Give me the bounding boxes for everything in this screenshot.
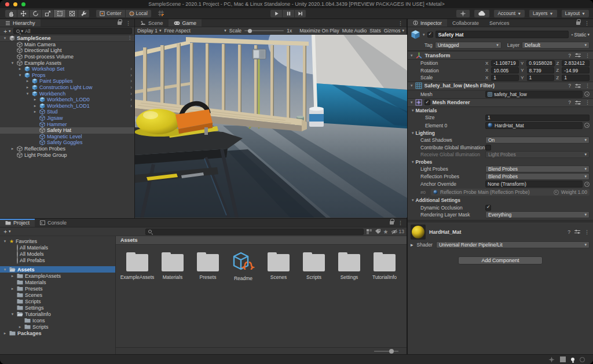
scale-x-field[interactable]: 1 — [491, 75, 519, 81]
material-object-field[interactable]: HardHat_Mat — [485, 122, 583, 129]
layer-dropdown[interactable]: Default▾ — [522, 42, 590, 49]
project-tree-row[interactable]: Settings — [0, 304, 115, 311]
material-thumbnail[interactable] — [411, 225, 426, 240]
tab-project[interactable]: Project — [0, 219, 35, 227]
transform-component-header[interactable]: ▾ Transform ?⋮ — [408, 51, 593, 60]
search-by-label-icon[interactable] — [375, 229, 381, 234]
object-picker-icon[interactable] — [584, 91, 590, 97]
custom-tool-button[interactable] — [78, 9, 90, 18]
scale-y-field[interactable]: 1 — [527, 75, 555, 81]
tab-services[interactable]: Services — [484, 19, 515, 27]
panel-menu-icon[interactable]: ⋮ — [398, 20, 403, 26]
position-x-field[interactable]: -1.108719 — [491, 60, 519, 67]
hierarchy-row[interactable]: ▸Workbench_LOD0› — [0, 97, 134, 103]
foldout-arrow[interactable]: ▸ — [2, 331, 8, 336]
foldout-arrow[interactable]: ▾ — [10, 61, 15, 65]
hierarchy-search-input[interactable]: ▾ All — [13, 28, 132, 34]
hierarchy-row[interactable]: Magnetic Level — [0, 134, 134, 140]
hierarchy-row[interactable]: Hammer — [0, 121, 134, 127]
rotate-tool-button[interactable] — [29, 9, 41, 18]
foldout-arrow[interactable]: ▸ — [17, 67, 23, 71]
prefab-open-chevron[interactable]: › — [130, 103, 132, 109]
create-object-button[interactable]: ＋▾ — [2, 27, 11, 35]
add-component-button[interactable]: Add Component — [458, 256, 543, 264]
play-button[interactable] — [270, 9, 282, 18]
tab-console[interactable]: Console — [35, 219, 72, 227]
foldout-arrow[interactable]: ▾ — [17, 73, 23, 78]
project-tree-row[interactable]: Scripts — [0, 298, 115, 304]
scene-menu-icon[interactable]: ⋮ — [127, 35, 132, 41]
gameobject-name-field[interactable]: Safety Hat — [435, 31, 569, 38]
hierarchy-row[interactable]: ▸Workbench_LOD1› — [0, 103, 134, 109]
hierarchy-row[interactable]: ▾Props› — [0, 72, 134, 79]
game-viewport[interactable] — [135, 35, 407, 218]
rotation-z-field[interactable]: -14.99 — [562, 67, 590, 73]
foldout-arrow[interactable]: ▸ — [32, 97, 38, 102]
layout-dropdown[interactable]: Layout▼ — [561, 9, 590, 18]
presets-icon[interactable] — [575, 83, 581, 89]
panel-lock-icon[interactable] — [118, 21, 122, 25]
aspect-dropdown[interactable]: Free Aspect▾ — [164, 28, 226, 34]
hierarchy-row[interactable]: ▾Workbench› — [0, 90, 134, 97]
tab-scene[interactable]: Scene — [135, 19, 169, 27]
materials-size-field[interactable]: 1 — [485, 115, 590, 121]
position-y-field[interactable]: 0.9158028 — [526, 60, 554, 67]
hidden-packages-toggle[interactable]: 13 — [391, 229, 404, 234]
tab-inspector[interactable]: Inspector — [408, 19, 447, 27]
display-dropdown[interactable]: Display 1▾ — [137, 28, 161, 34]
project-tree-row[interactable]: ▸Presets — [0, 285, 115, 292]
project-tree-row[interactable]: ▾Assets — [0, 266, 115, 273]
hand-tool-button[interactable] — [5, 9, 17, 18]
contribute-gi-checkbox[interactable] — [485, 145, 491, 150]
asset-tile[interactable]: Presets — [191, 252, 225, 280]
hierarchy-row[interactable]: ▾Example Assets — [0, 60, 134, 66]
pause-button[interactable] — [282, 9, 294, 18]
grid-snapping-icon[interactable] — [158, 10, 164, 17]
static-dropdown[interactable]: ▪Static▾ — [571, 32, 590, 38]
rect-tool-button[interactable] — [53, 9, 65, 18]
help-icon[interactable]: ? — [568, 229, 570, 235]
tab-collaborate[interactable]: Collaborate — [447, 19, 484, 27]
help-icon[interactable]: ? — [568, 83, 571, 89]
foldout-arrow[interactable]: ▾ — [10, 312, 15, 317]
hierarchy-row[interactable]: Safety Hat — [0, 127, 134, 134]
scale-slider[interactable] — [244, 30, 284, 31]
tab-hierarchy[interactable]: Hierarchy — [0, 19, 41, 27]
materials-foldout[interactable]: ▾Materials — [408, 107, 593, 115]
hierarchy-row[interactable]: Post-process Volume — [0, 54, 134, 60]
prefab-open-chevron[interactable]: › — [130, 78, 132, 84]
foldout-arrow[interactable]: ▸ — [32, 109, 38, 114]
account-dropdown[interactable]: Account▼ — [493, 9, 525, 18]
hierarchy-row[interactable]: Main Camera — [0, 42, 134, 48]
foldout-arrow[interactable]: ▸ — [17, 325, 23, 329]
project-tree-row[interactable]: All Prefabs — [0, 257, 115, 263]
shader-dropdown[interactable]: Universal Render Pipeline/Lit▾ — [436, 241, 590, 248]
project-tree-row[interactable]: ▸ExampleAssets — [0, 273, 115, 279]
grid-status-icon[interactable] — [560, 356, 566, 362]
project-tree-row[interactable]: All Models — [0, 251, 115, 257]
move-tool-button[interactable] — [17, 9, 29, 18]
rendering-layer-mask-dropdown[interactable]: Everything▾ — [485, 211, 590, 218]
foldout-arrow[interactable]: ▸ — [10, 274, 15, 278]
pivot-mode-button[interactable]: Center — [96, 9, 126, 18]
foldout-arrow[interactable]: ▸ — [10, 146, 15, 151]
component-menu-icon[interactable]: ⋮ — [585, 100, 590, 105]
project-search-input[interactable] — [145, 229, 364, 235]
hierarchy-row[interactable]: Light Probe Group — [0, 152, 134, 158]
project-tree-row[interactable]: Icons — [0, 317, 115, 323]
hierarchy-row[interactable]: ▸Construction Light Low› — [0, 84, 134, 91]
thumbnail-zoom-slider[interactable] — [374, 351, 398, 352]
lighting-foldout[interactable]: ▾Lighting — [408, 130, 593, 137]
hierarchy-row[interactable]: ▸Workshop Set› — [0, 66, 134, 72]
panel-lock-icon[interactable] — [390, 221, 394, 225]
handle-rotation-button[interactable]: Local — [126, 9, 152, 18]
project-tree-row[interactable]: ▸Scripts — [0, 323, 115, 330]
foldout-arrow[interactable]: ▾ — [25, 91, 30, 96]
component-menu-icon[interactable]: ⋮ — [585, 83, 590, 89]
activity-indicator-icon[interactable] — [456, 9, 470, 18]
presets-icon[interactable] — [574, 229, 580, 234]
object-picker-icon[interactable] — [584, 123, 590, 128]
hierarchy-row[interactable]: ▸Stud — [0, 109, 134, 115]
component-enabled-checkbox[interactable] — [424, 100, 430, 105]
asset-tile[interactable]: TutorialInfo — [368, 252, 401, 280]
